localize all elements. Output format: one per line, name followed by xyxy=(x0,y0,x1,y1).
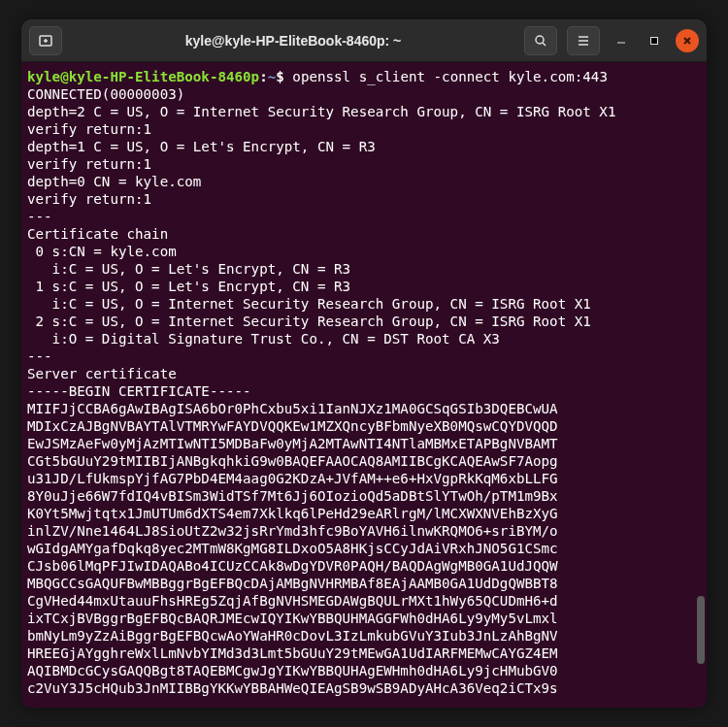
output-line: ixTCxjBVBggrBgEFBQcBAQRJMEcwIQYIKwYBBQUH… xyxy=(27,610,701,627)
output-line: 2 s:C = US, O = Internet Security Resear… xyxy=(27,313,701,330)
output-line: depth=2 C = US, O = Internet Security Re… xyxy=(27,103,701,120)
terminal-body[interactable]: kyle@kyle-HP-EliteBook-8460p:~$ openssl … xyxy=(21,62,707,708)
output-line: Certificate chain xyxy=(27,225,701,243)
output-line: depth=1 C = US, O = Let's Encrypt, CN = … xyxy=(27,138,701,155)
new-tab-icon xyxy=(38,33,53,49)
close-button[interactable] xyxy=(676,29,699,52)
prompt-line: kyle@kyle-HP-EliteBook-8460p:~$ openssl … xyxy=(27,68,701,85)
output-line: i:C = US, O = Let's Encrypt, CN = R3 xyxy=(27,260,701,278)
output-line: c2VuY3J5cHQub3JnMIIBBgYKKwYBBAHWeQIEAgSB… xyxy=(27,679,701,697)
svg-rect-9 xyxy=(651,37,658,44)
output-line: Server certificate xyxy=(27,365,701,382)
output-line: --- xyxy=(27,208,701,225)
output-line: CONNECTED(00000003) xyxy=(27,85,701,103)
search-button[interactable] xyxy=(524,26,557,55)
output-line: -----BEGIN CERTIFICATE----- xyxy=(27,382,701,400)
prompt-colon: : xyxy=(259,69,268,84)
minimize-button[interactable] xyxy=(610,29,633,52)
output-line: 1 s:C = US, O = Let's Encrypt, CN = R3 xyxy=(27,278,701,295)
close-icon xyxy=(682,36,692,46)
output-line: i:C = US, O = Internet Security Research… xyxy=(27,295,701,313)
scrollbar-thumb[interactable] xyxy=(697,596,705,664)
prompt-user-host: kyle@kyle-HP-EliteBook-8460p xyxy=(27,69,259,84)
output-line: --- xyxy=(27,347,701,365)
prompt-path: ~ xyxy=(268,69,277,84)
maximize-icon xyxy=(649,36,659,46)
output-line: HREEGjAYgghreWxlLmNvbYIMd3d3Lmt5bGUuY29t… xyxy=(27,644,701,662)
command-text: openssl s_client -connect kyle.com:443 xyxy=(284,69,608,84)
output-line: 0 s:CN = kyle.com xyxy=(27,243,701,260)
output-line: EwJSMzAeFw0yMjAzMTIwNTI5MDBaFw0yMjA2MTAw… xyxy=(27,435,701,452)
maximize-button[interactable] xyxy=(643,29,666,52)
window-title: kyle@kyle-HP-EliteBook-8460p: ~ xyxy=(68,33,518,49)
output-line: AQIBMDcGCysGAQQBgt8TAQEBMCgwJgYIKwYBBQUH… xyxy=(27,662,701,679)
search-icon xyxy=(533,33,548,49)
output-line: verify return:1 xyxy=(27,190,701,208)
terminal-window: kyle@kyle-HP-EliteBook-8460p: ~ kyle@kyl… xyxy=(21,19,707,708)
output-line: 8Y0uJje66W7fdIQ4vBISm3WidTSf7Mt6Jj6OIozi… xyxy=(27,487,701,505)
output-line: wGIdgAMYgafDqkq8yec2MTmW8KgMG8ILDxoO5A8H… xyxy=(27,540,701,557)
output-line: inlZV/Nne1464LJ8SioUtZ2w32jsRrYmd3hfc9Bo… xyxy=(27,522,701,540)
menu-button[interactable] xyxy=(567,26,600,55)
output-line: K0Yt5Mwjtqtx1JmUTUm6dXTS4em7Xklkq6lPeHd2… xyxy=(27,505,701,522)
minimize-icon xyxy=(616,36,626,46)
svg-point-3 xyxy=(536,36,544,44)
output-container: CONNECTED(00000003)depth=2 C = US, O = I… xyxy=(27,85,701,697)
output-line: verify return:1 xyxy=(27,120,701,138)
new-tab-button[interactable] xyxy=(29,26,62,55)
output-line: u31JD/LfUkmspYjfAG7PbD4EM4aag0G2KDzA+JVf… xyxy=(27,470,701,487)
titlebar: kyle@kyle-HP-EliteBook-8460p: ~ xyxy=(21,19,707,62)
output-line: CGt5bGUuY29tMIIBIjANBgkqhkiG9w0BAQEFAAOC… xyxy=(27,452,701,470)
output-line: i:O = Digital Signature Trust Co., CN = … xyxy=(27,330,701,347)
prompt-dollar: $ xyxy=(276,69,284,84)
svg-line-4 xyxy=(543,43,546,46)
output-line: CJsb06lMqPFJIwIDAQABo4ICUzCCAk8wDgYDVR0P… xyxy=(27,557,701,575)
output-line: bmNyLm9yZzAiBggrBgEFBQcwAoYWaHR0cDovL3Iz… xyxy=(27,627,701,644)
output-line: depth=0 CN = kyle.com xyxy=(27,173,701,190)
output-line: CgVHed44mxUtauuFhsHREg5ZqjAfBgNVHSMEGDAW… xyxy=(27,592,701,610)
output-line: MBQGCCsGAQUFBwMBBggrBgEFBQcDAjAMBgNVHRMB… xyxy=(27,575,701,592)
hamburger-icon xyxy=(576,33,591,49)
output-line: MIIFJjCCBA6gAwIBAgISA6bOr0PhCxbu5xi1IanN… xyxy=(27,400,701,417)
output-line: verify return:1 xyxy=(27,155,701,173)
output-line: MDIxCzAJBgNVBAYTAlVTMRYwFAYDVQQKEw1MZXQn… xyxy=(27,417,701,435)
